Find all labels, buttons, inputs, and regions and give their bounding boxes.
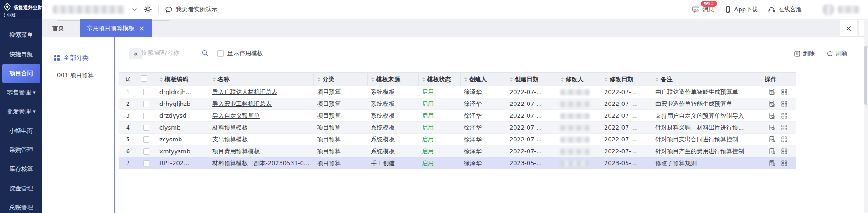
user-account[interactable] xyxy=(822,4,860,16)
column-header[interactable]: 创建人 xyxy=(460,73,506,86)
show-disabled-checkbox[interactable] xyxy=(217,50,224,57)
template-name-link[interactable]: 材料预算模板 xyxy=(212,124,248,131)
chevron-down-icon[interactable] xyxy=(131,6,138,13)
category-all-link[interactable]: 全部分类 xyxy=(54,54,89,62)
preview-icon[interactable] xyxy=(769,160,776,166)
sidebar-item[interactable]: 搜索菜单 ▼ xyxy=(2,26,40,45)
row-checkbox[interactable] xyxy=(143,101,149,107)
column-label: 修改日期 xyxy=(610,75,633,83)
tab-active[interactable]: 常用项目预算模板 × xyxy=(80,19,152,37)
row-checkbox[interactable] xyxy=(143,89,149,95)
sort-arrows-icon[interactable] xyxy=(605,77,607,82)
column-header[interactable]: 修改日期 xyxy=(601,73,652,86)
table-row[interactable]: 1 drgldrcjh... 导入广联达人材机汇总表 项目预算 系统模板 启用 … xyxy=(119,86,796,98)
column-header[interactable]: 模板状态 xyxy=(418,73,460,86)
sort-arrows-icon[interactable] xyxy=(510,77,513,82)
four-squares-icon[interactable] xyxy=(781,112,788,119)
four-squares-icon[interactable] xyxy=(781,136,788,143)
template-name-link[interactable]: 材料预算模板（副本-20230531-001） xyxy=(212,160,313,166)
column-header[interactable]: 修改人 xyxy=(557,73,601,86)
row-checkbox[interactable] xyxy=(143,136,149,143)
sort-arrows-icon[interactable] xyxy=(464,77,467,82)
four-squares-icon[interactable] xyxy=(781,148,788,155)
remark-cell: 支持用户自定义的预算单智能导入 xyxy=(652,110,761,122)
column-label: 创建日期 xyxy=(515,75,539,83)
gear-icon[interactable] xyxy=(124,76,131,83)
sidebar-item[interactable]: 库存核算 ▼ xyxy=(2,160,40,179)
select-all-checkbox[interactable] xyxy=(141,75,147,82)
column-header[interactable]: 名称 xyxy=(209,73,313,86)
sidebar-item[interactable]: 采购管理 ▼ xyxy=(2,140,40,160)
search-input[interactable] xyxy=(140,47,210,59)
column-header[interactable]: 分类 xyxy=(313,73,367,86)
tab-close-icon[interactable]: × xyxy=(139,25,144,31)
org-selector-redacted[interactable] xyxy=(53,5,125,14)
table-row[interactable]: 5 zcysmb 支出预算模板 项目预算 系统模板 启用 徐泽华 2022-07… xyxy=(119,134,796,145)
search-icon[interactable] xyxy=(201,49,209,57)
table-row[interactable]: 6 xmfyysmb 项目费用预算模板 项目预算 系统模板 启用 徐泽华 202… xyxy=(119,145,796,157)
sort-arrows-icon[interactable] xyxy=(656,77,658,82)
table-row[interactable]: 7 BPT-202... 材料预算模板（副本-20230531-001） 项目预… xyxy=(119,157,796,169)
preview-icon[interactable] xyxy=(769,136,776,143)
sort-arrows-icon[interactable] xyxy=(160,77,163,82)
show-disabled-toggle[interactable]: 显示停用模板 xyxy=(217,49,263,57)
row-checkbox[interactable] xyxy=(143,125,149,131)
four-squares-icon[interactable] xyxy=(781,88,788,95)
four-squares-icon[interactable] xyxy=(781,160,788,166)
column-header[interactable]: 创建日期 xyxy=(506,73,557,86)
template-code: BPT-202... xyxy=(156,157,209,169)
refresh-button[interactable]: 刷新 xyxy=(827,49,847,57)
sidebar-item[interactable]: 总账管理 ▼ xyxy=(2,198,40,213)
row-checkbox[interactable] xyxy=(143,148,149,155)
four-squares-icon[interactable] xyxy=(781,100,788,107)
table-row[interactable]: 2 drhygljhzb 导入宏业工料机汇总表 项目预算 系统模板 启用 徐泽华… xyxy=(119,98,796,110)
vertical-scrollbar[interactable] xyxy=(864,19,868,213)
sort-arrows-icon[interactable] xyxy=(371,77,374,82)
table-row[interactable]: 3 drzdyysd 导入自定义预算单 项目预算 系统模板 启用 徐泽华 202… xyxy=(119,110,796,122)
template-code: xmfyysmb xyxy=(156,145,209,157)
sidebar-item[interactable]: 批发管理 ▼ xyxy=(2,102,40,121)
sort-arrows-icon[interactable] xyxy=(422,77,425,82)
sidebar-item[interactable]: 小畅电商 ▼ xyxy=(2,121,40,140)
sort-arrows-icon[interactable] xyxy=(318,77,320,82)
close-view-button[interactable] xyxy=(840,20,857,37)
select-all-header[interactable] xyxy=(137,73,156,86)
column-header[interactable]: 模板编码 xyxy=(156,73,209,86)
sidebar-item[interactable]: 快捷导航 ▼ xyxy=(2,45,40,64)
gear-icon[interactable] xyxy=(144,5,152,13)
app-download-button[interactable]: App下载 xyxy=(724,5,758,14)
sidebar-item[interactable]: 资金管理 ▼ xyxy=(2,179,40,198)
template-name-link[interactable]: 导入自定义预算单 xyxy=(212,112,260,119)
row-checkbox[interactable] xyxy=(143,160,149,166)
column-header[interactable]: 操作 xyxy=(761,73,796,86)
preview-icon[interactable] xyxy=(769,124,776,131)
template-name-link[interactable]: 项目费用预算模板 xyxy=(212,148,260,155)
support-button[interactable]: 在线客服 xyxy=(768,5,802,14)
category-item[interactable]: 001 项目预算 xyxy=(57,71,94,79)
sidebar-item-label: 小畅电商 xyxy=(10,127,33,135)
table-row[interactable]: 4 clysmb 材料预算模板 项目预算 系统模板 启用 徐泽华 2022-07… xyxy=(119,122,796,134)
sidebar-item[interactable]: 零售管理 ▼ xyxy=(2,83,40,102)
scrollbar-thumb[interactable] xyxy=(864,46,867,105)
demo-link[interactable]: 我要看实例演示 xyxy=(165,0,217,19)
preview-icon[interactable] xyxy=(769,112,776,119)
preview-icon[interactable] xyxy=(769,88,776,95)
tab-bar: 首页 常用项目预算模板 × xyxy=(42,19,868,37)
sort-arrows-icon[interactable] xyxy=(213,77,216,82)
four-squares-icon[interactable] xyxy=(781,124,788,131)
column-header[interactable]: 模板来源 xyxy=(367,73,418,86)
column-header[interactable]: 备注 xyxy=(652,73,761,86)
preview-icon[interactable] xyxy=(769,100,776,107)
tab-home[interactable]: 首页 xyxy=(48,19,69,37)
template-name-link[interactable]: 导入广联达人材机汇总表 xyxy=(212,88,277,95)
remark-cell: 由宏业造价单智能生成预算单 xyxy=(652,98,761,110)
template-name-link[interactable]: 导入宏业工料机汇总表 xyxy=(212,100,272,107)
row-checkbox[interactable] xyxy=(143,113,149,119)
sidebar-item[interactable]: 项目合同 ▼ xyxy=(2,64,40,83)
column-settings-header[interactable] xyxy=(119,73,137,86)
sort-arrows-icon[interactable] xyxy=(561,77,564,82)
delete-button[interactable]: 删除 xyxy=(794,49,815,57)
messages-button[interactable]: 消息 99+ xyxy=(692,5,714,14)
preview-icon[interactable] xyxy=(769,148,776,155)
template-name-link[interactable]: 支出预算模板 xyxy=(212,136,248,143)
